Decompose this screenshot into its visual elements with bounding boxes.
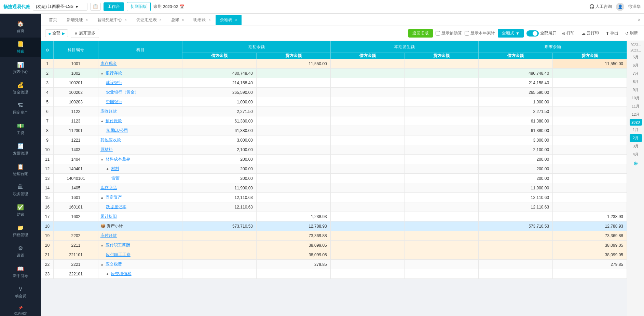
sidebar-item-member[interactable]: V 畅会员 <box>0 283 41 302</box>
month-12[interactable]: 12月 <box>630 111 642 118</box>
tab-close-icon[interactable]: × <box>182 18 184 22</box>
month-2-active[interactable]: 2月 <box>630 134 642 142</box>
table-row[interactable]: 151601▲ 固定资产12,110.6312,110.63 <box>41 193 627 202</box>
show-ytd-checkbox[interactable]: 显示本年累计 <box>465 30 495 36</box>
table-row[interactable]: 16160101跃提显记本12,110.6312,110.63 <box>41 202 627 212</box>
refresh-button[interactable]: ↺ 刷新 <box>623 29 640 37</box>
table-row-name[interactable]: 应收账款 <box>98 107 182 116</box>
expand-row-icon[interactable]: ▲ <box>100 157 105 161</box>
sidebar-item-invoice[interactable]: 🧾 发票管理 <box>0 140 41 159</box>
table-row-name[interactable]: 应付账款 <box>98 231 182 241</box>
sidebar-item-home[interactable]: 🏠 首页 <box>0 17 41 37</box>
table-row[interactable]: 141405库存商品11,900.0011,900.00 <box>41 183 627 193</box>
expand-row-icon[interactable]: ▲ <box>100 196 105 199</box>
table-row[interactable]: 101403原材料2,100.002,100.00 <box>41 145 627 155</box>
unpin-button[interactable]: 📌 取消固定 <box>0 303 41 316</box>
table-row[interactable]: 3100201建设银行214,158.40214,158.40 <box>41 78 627 88</box>
table-row-name[interactable]: ▲ 材料 <box>98 164 182 174</box>
sidebar-item-guide[interactable]: 📖 新手引导 <box>0 262 41 282</box>
month-1[interactable]: 1月 <box>630 126 642 134</box>
table-row[interactable]: 23222101▲ 应交增值税 <box>41 269 627 279</box>
table-row-name[interactable]: 中国银行 <box>98 97 182 107</box>
month-3[interactable]: 3月 <box>630 142 642 150</box>
switch-version-button[interactable]: 切到旧版 <box>127 2 151 11</box>
tab-home[interactable]: 首页 <box>44 15 61 25</box>
expand-row-icon[interactable]: ▲ <box>100 71 105 75</box>
table-row-name[interactable]: 建设银行 <box>98 78 182 88</box>
expand-more-button[interactable]: ∨ 展开更多 <box>71 29 99 38</box>
table-row[interactable]: 12140401▲ 材料200.00200.00 <box>41 164 627 174</box>
tab-balance-sheet[interactable]: 余额表 × <box>216 15 242 25</box>
close-all-tabs-button[interactable]: × <box>638 17 641 23</box>
tab-general-ledger[interactable]: 总账 × <box>167 15 189 25</box>
table-row[interactable]: 91221其他应收款3,000.003,000.00 <box>41 135 627 145</box>
export-button[interactable]: ⬆ 导出 <box>604 29 620 37</box>
tab-close-icon[interactable]: × <box>235 18 237 22</box>
table-row-name[interactable]: 雷蕾 <box>98 174 182 183</box>
table-row-name[interactable]: ▲ 预付账款 <box>98 116 182 126</box>
table-row[interactable]: 18📦 资产小计573,710.5312,788.93573,710.5312,… <box>41 221 627 231</box>
tab-new-voucher[interactable]: 新增凭证 × <box>62 15 92 25</box>
table-row-name[interactable]: ▲ 银行存款 <box>98 69 182 78</box>
table-row-name[interactable]: ▲ 固定资产 <box>98 193 182 202</box>
toggle-switch[interactable] <box>526 30 539 37</box>
tab-detail-ledger[interactable]: 明细账 × <box>189 15 215 25</box>
filter-selector[interactable]: ● 全部 ▶ <box>45 29 68 37</box>
table-row[interactable]: 192202应付账款73,369.8873,369.88 <box>41 231 627 241</box>
table-row-name[interactable]: 库存商品 <box>98 183 182 193</box>
show-aux-input[interactable] <box>436 31 440 35</box>
tab-close-icon[interactable]: × <box>160 18 162 22</box>
month-10[interactable]: 10月 <box>630 94 642 102</box>
table-row[interactable]: 111404▲ 材料成本差异200.00200.00 <box>41 155 627 164</box>
sidebar-item-purchase-sales[interactable]: 📋 进销台账 <box>0 160 41 180</box>
sidebar-item-general-ledger[interactable]: 📒 总账 <box>0 38 41 57</box>
workbench-button[interactable]: 工作台 <box>104 2 124 11</box>
table-row-name[interactable]: 库存现金 <box>98 59 182 69</box>
expand-row-icon[interactable]: ▲ <box>100 119 105 123</box>
tab-close-icon[interactable]: × <box>86 18 88 22</box>
sidebar-item-reports[interactable]: 📊 报表中心 <box>0 58 41 78</box>
add-period-button[interactable]: ⊕ <box>632 159 639 168</box>
month-8[interactable]: 8月 <box>630 78 642 86</box>
show-ytd-input[interactable] <box>465 31 469 35</box>
calendar-icon[interactable]: 📅 <box>179 4 184 9</box>
month-5[interactable]: 5月 <box>630 53 642 61</box>
table-row-name[interactable]: 嘉属EU公司 <box>98 126 182 135</box>
table-row[interactable]: 1314040101雷蕾200.00200.00 <box>41 174 627 183</box>
sidebar-item-tax[interactable]: 🏛 税务管理 <box>0 181 41 200</box>
sidebar-item-archive[interactable]: 📁 归档管理 <box>0 221 41 241</box>
copy-btn[interactable]: 📋 <box>90 3 101 11</box>
sidebar-item-payroll[interactable]: 💵 工资 <box>0 119 41 139</box>
table-row-name[interactable]: 原材料 <box>98 145 182 155</box>
expand-row-icon[interactable]: ▲ <box>106 167 110 171</box>
expand-row-icon[interactable]: ▲ <box>100 243 105 247</box>
tab-smart-voucher[interactable]: 智能凭证中心 × <box>93 15 131 25</box>
table-row[interactable]: 61122应收账款2,271.502,271.50 <box>41 107 627 116</box>
table-row[interactable]: 202211▲ 应付职工薪酬38,099.0538,099.05 <box>41 241 627 250</box>
table-row[interactable]: 71123▲ 预付账款61,380.0061,380.00 <box>41 116 627 126</box>
table-row-name[interactable]: 应付职工工资 <box>98 250 182 260</box>
show-aux-checkbox[interactable]: 显示辅助算 <box>436 30 462 36</box>
table-row[interactable]: 8112301嘉属EU公司61,380.0061,380.00 <box>41 126 627 135</box>
expand-row-icon[interactable]: ▲ <box>106 272 110 276</box>
table-row[interactable]: 222221▲ 应交税费279.85279.85 <box>41 260 627 269</box>
sidebar-item-fixed-assets[interactable]: 🏗 固定资产 <box>0 99 41 118</box>
table-row-name[interactable]: ▲ 应付职工薪酬 <box>98 241 182 250</box>
table-row-name[interactable]: 累计折旧 <box>98 212 182 221</box>
table-row[interactable]: 171602累计折旧1,238.931,238.93 <box>41 212 627 221</box>
sidebar-item-funds[interactable]: 💰 资金管理 <box>0 78 41 98</box>
year-2023-active[interactable]: 2023 <box>630 119 642 126</box>
month-9[interactable]: 9月 <box>630 86 642 94</box>
month-4[interactable]: 4月 <box>630 150 642 158</box>
expand-all-toggle[interactable]: 全部展开 <box>526 30 557 37</box>
table-row-name[interactable]: ▲ 应交增值税 <box>98 269 182 279</box>
table-row[interactable]: 4100202农业银行（黄金）265,590.00265,590.00 <box>41 88 627 97</box>
expand-row-icon[interactable]: ▲ <box>100 262 105 266</box>
company-selector[interactable]: (劝副) 江西股圣-LSS ▼ <box>33 3 87 11</box>
table-row[interactable]: 11001库存现金11,550.0011,550.00 <box>41 59 627 69</box>
cloud-print-button[interactable]: ☁ 云打印 <box>579 29 601 37</box>
consult-btn[interactable]: 🎧 人工咨询 <box>589 4 612 10</box>
tab-close-icon[interactable]: × <box>125 18 127 22</box>
return-old-version-button[interactable]: 返回旧版 <box>408 29 433 38</box>
print-button[interactable]: 🖨 打印 <box>559 29 577 37</box>
